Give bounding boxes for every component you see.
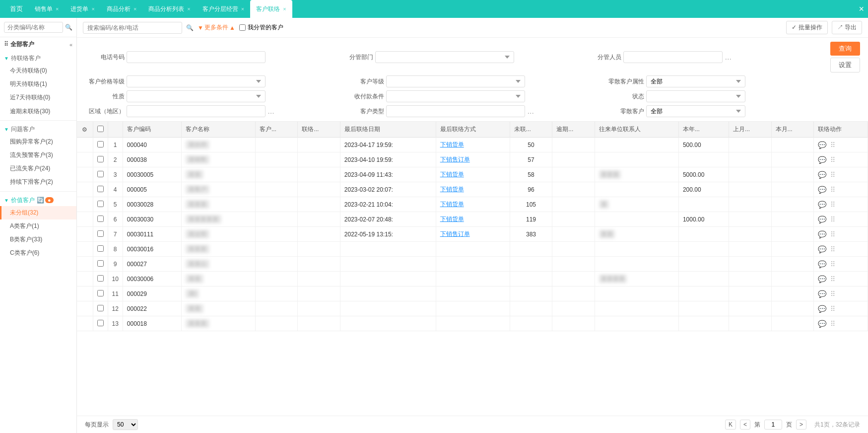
row-last-contact-way[interactable]: 下销售订单	[436, 227, 510, 242]
more-action-icon[interactable]: ⠿	[830, 156, 835, 164]
manager-more-icon[interactable]: …	[725, 53, 732, 61]
nav-sales[interactable]: 销售单 ×	[29, 0, 65, 18]
chat-icon[interactable]: 💬	[818, 186, 826, 194]
row-checkbox[interactable]	[97, 305, 104, 311]
chat-icon[interactable]: 💬	[818, 320, 826, 328]
row-actions[interactable]: 💬 ⠿	[814, 182, 868, 197]
sidebar-group-pending[interactable]: ▼ 待联络客户	[0, 52, 76, 64]
row-checkbox[interactable]	[97, 245, 104, 252]
my-customers-checkbox[interactable]: 我分管的客户	[239, 23, 283, 32]
chat-icon[interactable]: 💬	[818, 141, 826, 149]
row-checkbox[interactable]	[97, 171, 104, 177]
row-actions[interactable]: 💬 ⠿	[814, 138, 868, 152]
contact-way-link[interactable]: 下销货单	[440, 141, 464, 148]
row-checkbox-cell[interactable]	[93, 272, 108, 287]
row-last-contact-way[interactable]: 下销货单	[436, 212, 510, 227]
page-number-input[interactable]	[764, 420, 782, 430]
more-action-icon[interactable]: ⠿	[830, 305, 835, 313]
contact-way-link[interactable]: 下销货单	[440, 216, 464, 222]
sidebar-item-churned[interactable]: 已流失客户(24)	[0, 162, 76, 175]
row-actions[interactable]: 💬 ⠿	[814, 227, 868, 242]
chat-icon[interactable]: 💬	[818, 216, 826, 223]
more-action-icon[interactable]: ⠿	[830, 230, 835, 238]
chat-icon[interactable]: 💬	[818, 230, 826, 238]
sidebar-search-icon[interactable]: 🔍	[65, 24, 72, 31]
row-actions[interactable]: 💬 ⠿	[814, 316, 868, 331]
retail-select[interactable]: 全部	[646, 105, 745, 117]
row-checkbox[interactable]	[97, 141, 104, 147]
row-checkbox[interactable]	[97, 230, 104, 237]
nav-home[interactable]: 首页	[4, 4, 29, 13]
contact-way-link[interactable]: 下销货单	[440, 186, 464, 193]
more-action-icon[interactable]: ⠿	[830, 245, 835, 253]
all-customers-header[interactable]: ⠿全部客户 «	[0, 37, 76, 52]
th-checkbox[interactable]	[93, 122, 108, 138]
row-last-contact-way[interactable]: 下销货单	[436, 197, 510, 212]
sidebar-item-class-a[interactable]: A类客户(1)	[0, 219, 76, 233]
sidebar-search-input[interactable]	[4, 22, 63, 33]
chat-icon[interactable]: 💬	[818, 245, 826, 253]
row-last-contact-way[interactable]: 下销货单	[436, 138, 510, 152]
row-checkbox-cell[interactable]	[93, 182, 108, 197]
row-checkbox[interactable]	[97, 201, 104, 207]
payment-select[interactable]	[386, 90, 525, 102]
sidebar-item-week-pending[interactable]: 近7天待联络(0)	[0, 91, 76, 104]
close-goods-icon[interactable]: ×	[134, 6, 136, 12]
more-conditions-button[interactable]: ▼ 更多条件 ▲	[198, 23, 235, 32]
row-checkbox-cell[interactable]	[93, 227, 108, 242]
row-last-contact-way[interactable]: 下销货单	[436, 167, 510, 182]
sidebar-item-overdue-pending[interactable]: 逾期未联络(30)	[0, 105, 76, 118]
row-checkbox-cell[interactable]	[93, 316, 108, 331]
row-actions[interactable]: 💬 ⠿	[814, 242, 868, 257]
row-checkbox-cell[interactable]	[93, 212, 108, 227]
price-level-select[interactable]	[127, 75, 266, 87]
row-actions[interactable]: 💬 ⠿	[814, 167, 868, 182]
customer-type-input[interactable]	[386, 105, 525, 117]
chat-icon[interactable]: 💬	[818, 290, 826, 298]
more-action-icon[interactable]: ⠿	[830, 141, 835, 149]
row-actions[interactable]: 💬 ⠿	[814, 272, 868, 287]
nature-select[interactable]	[127, 90, 266, 102]
sidebar-item-class-c[interactable]: C类客户(6)	[0, 246, 76, 260]
close-sales-icon[interactable]: ×	[56, 6, 59, 12]
nav-customer-tier[interactable]: 客户分层经营 ×	[197, 0, 250, 18]
more-action-icon[interactable]: ⠿	[830, 216, 835, 223]
row-checkbox-cell[interactable]	[93, 197, 108, 212]
row-actions[interactable]: 💬 ⠿	[814, 257, 868, 272]
close-all-button[interactable]: ×	[859, 4, 864, 14]
more-action-icon[interactable]: ⠿	[830, 290, 835, 298]
customer-type-more-icon[interactable]: …	[527, 107, 534, 115]
row-actions[interactable]: 💬 ⠿	[814, 197, 868, 212]
row-checkbox-cell[interactable]	[93, 242, 108, 257]
more-action-icon[interactable]: ⠿	[830, 260, 835, 268]
more-action-icon[interactable]: ⠿	[830, 275, 835, 283]
retail-attr-select[interactable]: 全部	[646, 75, 745, 87]
row-actions[interactable]: 💬 ⠿	[814, 152, 868, 167]
my-customers-check[interactable]	[239, 24, 246, 31]
filter-search-input[interactable]	[83, 22, 182, 34]
more-action-icon[interactable]: ⠿	[830, 201, 835, 209]
row-checkbox-cell[interactable]	[93, 167, 108, 182]
row-checkbox-cell[interactable]	[93, 138, 108, 152]
sidebar-item-churn-warning[interactable]: 流失预警客户(3)	[0, 148, 76, 162]
row-checkbox[interactable]	[97, 216, 104, 222]
nav-purchase[interactable]: 进货单 ×	[65, 0, 100, 18]
page-size-select[interactable]: 50 10 20 100	[113, 419, 138, 430]
sidebar-item-tomorrow-pending[interactable]: 明天待联络(1)	[0, 77, 76, 91]
contact-way-link[interactable]: 下销售订单	[440, 156, 470, 163]
more-action-icon[interactable]: ⠿	[830, 171, 835, 179]
next-page-button[interactable]: >	[796, 420, 806, 430]
nav-goods-analysis[interactable]: 商品分析 ×	[101, 0, 142, 18]
sidebar-item-hoard-abnormal[interactable]: 囤购异常客户(2)	[0, 135, 76, 148]
row-checkbox-cell[interactable]	[93, 257, 108, 272]
export-button[interactable]: ↗ 导出	[832, 21, 862, 34]
row-checkbox[interactable]	[97, 320, 104, 326]
chat-icon[interactable]: 💬	[818, 156, 826, 164]
close-purchase-icon[interactable]: ×	[91, 6, 94, 12]
close-contact-icon[interactable]: ×	[283, 6, 286, 12]
row-checkbox[interactable]	[97, 290, 104, 296]
row-checkbox[interactable]	[97, 275, 104, 282]
phone-input[interactable]	[127, 51, 266, 63]
contact-way-link[interactable]: 下销货单	[440, 201, 464, 208]
chat-icon[interactable]: 💬	[818, 305, 826, 313]
